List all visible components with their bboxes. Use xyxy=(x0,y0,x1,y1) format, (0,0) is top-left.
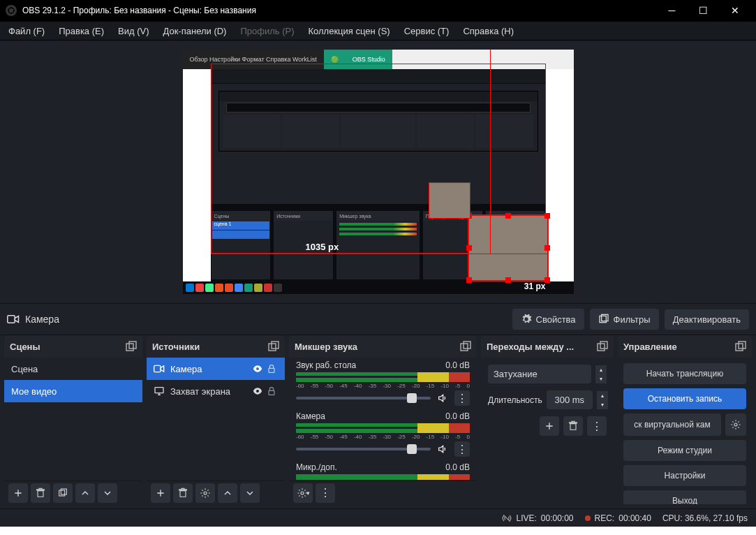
menu-help[interactable]: Справка (H) xyxy=(457,23,519,39)
svg-rect-9 xyxy=(154,365,161,372)
menu-scene-collection[interactable]: Коллекция сцен (S) xyxy=(303,23,396,39)
move-down-button[interactable] xyxy=(98,483,117,503)
scene-filters-button[interactable] xyxy=(53,483,73,503)
volume-slider[interactable] xyxy=(296,448,431,450)
display-icon xyxy=(154,386,165,397)
menu-edit[interactable]: Правка (E) xyxy=(53,23,110,39)
properties-button[interactable]: Свойства xyxy=(512,309,584,330)
svg-rect-7 xyxy=(269,344,276,351)
dock-popout-icon[interactable] xyxy=(268,341,279,352)
channel-db: 0.0 dB xyxy=(445,411,470,421)
mixer-channel: Камера0.0 dB -60-55-50-45-40-35-30-25-20… xyxy=(296,411,470,457)
preview-canvas[interactable]: Обзор Настройки Формат Справка WorkList … xyxy=(183,50,574,294)
lock-icon xyxy=(266,363,277,374)
visibility-toggle[interactable] xyxy=(251,385,264,397)
svg-rect-18 xyxy=(600,342,607,349)
menu-profile[interactable]: Профиль (P) xyxy=(235,23,299,39)
dock-popout-icon[interactable] xyxy=(597,341,608,352)
menu-file[interactable]: Файл (F) xyxy=(3,23,50,39)
filters-icon xyxy=(598,314,609,325)
menu-view[interactable]: Вид (V) xyxy=(112,23,154,39)
panel-mixer: Микшер звука Звук раб. стола0.0 dB -60-5… xyxy=(289,335,477,504)
remove-transition-button[interactable] xyxy=(563,416,583,436)
move-up-button[interactable] xyxy=(75,483,95,503)
chevron-down-icon xyxy=(244,488,255,499)
svg-point-21 xyxy=(734,423,737,426)
panel-title: Микшер звука xyxy=(295,342,357,352)
menu-service[interactable]: Сервис (T) xyxy=(399,23,455,39)
move-up-button[interactable] xyxy=(218,483,237,503)
channel-menu-button[interactable]: ⋮ xyxy=(454,441,470,457)
deactivate-button[interactable]: Деактивировать xyxy=(665,309,749,330)
svg-rect-0 xyxy=(8,316,15,323)
studio-mode-button[interactable]: Режим студии xyxy=(623,440,746,461)
duration-stepper[interactable]: ▴▾ xyxy=(597,391,608,409)
channel-menu-button[interactable]: ⋮ xyxy=(454,390,470,406)
broadcast-off-icon xyxy=(502,513,512,523)
preview-area[interactable]: Обзор Настройки Формат Справка WorkList … xyxy=(0,41,756,303)
minimize-button[interactable]: ─ xyxy=(656,0,688,21)
speaker-icon xyxy=(437,444,448,455)
menu-docks[interactable]: Док-панели (D) xyxy=(158,23,232,39)
transition-menu-button[interactable]: ⋮ xyxy=(587,416,607,436)
dock-popout-icon[interactable] xyxy=(460,341,471,352)
scene-item[interactable]: Сцена xyxy=(4,358,142,380)
speaker-icon xyxy=(437,393,448,404)
add-source-button[interactable] xyxy=(151,483,170,503)
start-stream-button[interactable]: Начать трансляцию xyxy=(623,363,746,384)
virtual-camera-button[interactable]: ск виртуальной кам xyxy=(623,413,721,436)
chevron-down-icon xyxy=(102,488,113,499)
virtual-camera-settings[interactable] xyxy=(725,413,746,436)
panel-title: Сцены xyxy=(10,342,40,352)
mute-button[interactable] xyxy=(436,444,449,455)
add-transition-button[interactable] xyxy=(540,416,559,436)
svg-rect-5 xyxy=(59,490,65,496)
lock-toggle[interactable] xyxy=(265,362,278,375)
filters-button[interactable]: Фильтры xyxy=(590,309,659,330)
svg-rect-14 xyxy=(461,344,468,351)
maximize-button[interactable]: ☐ xyxy=(688,0,719,21)
mixer-settings-button[interactable]: ▾ xyxy=(293,483,313,503)
plus-icon xyxy=(13,488,24,499)
vu-meter xyxy=(296,474,470,480)
dock-popout-icon[interactable] xyxy=(126,341,137,352)
source-properties-button[interactable] xyxy=(195,483,215,503)
duration-input[interactable]: 300 ms xyxy=(547,390,593,409)
volume-slider[interactable] xyxy=(296,397,431,400)
panel-title: Переходы между ... xyxy=(487,342,574,352)
close-button[interactable]: ✕ xyxy=(719,0,750,21)
rec-time: 00:00:40 xyxy=(618,513,651,523)
visibility-toggle[interactable] xyxy=(251,362,264,375)
settings-button[interactable]: Настройки xyxy=(623,465,746,486)
transition-stepper[interactable]: ▴▾ xyxy=(595,365,607,383)
scene-item[interactable]: Мое видео xyxy=(4,380,142,402)
remove-scene-button[interactable] xyxy=(31,483,50,503)
camera-icon xyxy=(154,363,165,374)
svg-point-13 xyxy=(204,492,207,494)
vu-meter xyxy=(296,372,470,382)
move-down-button[interactable] xyxy=(240,483,260,503)
panel-title: Управление xyxy=(623,342,677,352)
source-item-display[interactable]: Захват экрана xyxy=(147,380,285,402)
eye-icon xyxy=(252,386,263,397)
svg-rect-12 xyxy=(269,390,274,395)
title-bar: OBS 29.1.2 - Профиль: Без названия - Сце… xyxy=(0,0,756,21)
stop-record-button[interactable]: Остановить запись xyxy=(623,388,746,409)
exit-button[interactable]: Выход xyxy=(623,490,746,504)
source-item-camera[interactable]: Камера xyxy=(147,358,285,380)
remove-source-button[interactable] xyxy=(173,483,193,503)
eye-icon xyxy=(252,363,263,374)
lock-toggle[interactable] xyxy=(265,385,278,397)
chevron-up-icon xyxy=(80,488,91,499)
trash-icon xyxy=(35,488,46,499)
mute-button[interactable] xyxy=(436,393,449,404)
mixer-channel: Микр./доп.0.0 dB xyxy=(296,462,470,480)
gear-icon xyxy=(521,314,532,325)
add-scene-button[interactable] xyxy=(8,483,28,503)
svg-rect-8 xyxy=(272,342,279,349)
recording-indicator-icon xyxy=(585,515,591,521)
transition-select[interactable]: Затухание xyxy=(488,365,591,383)
cpu-stats: CPU: 36.6%, 27.10 fps xyxy=(662,513,748,523)
dock-popout-icon[interactable] xyxy=(735,341,746,352)
mixer-menu-button[interactable]: ⋮ xyxy=(316,483,335,503)
